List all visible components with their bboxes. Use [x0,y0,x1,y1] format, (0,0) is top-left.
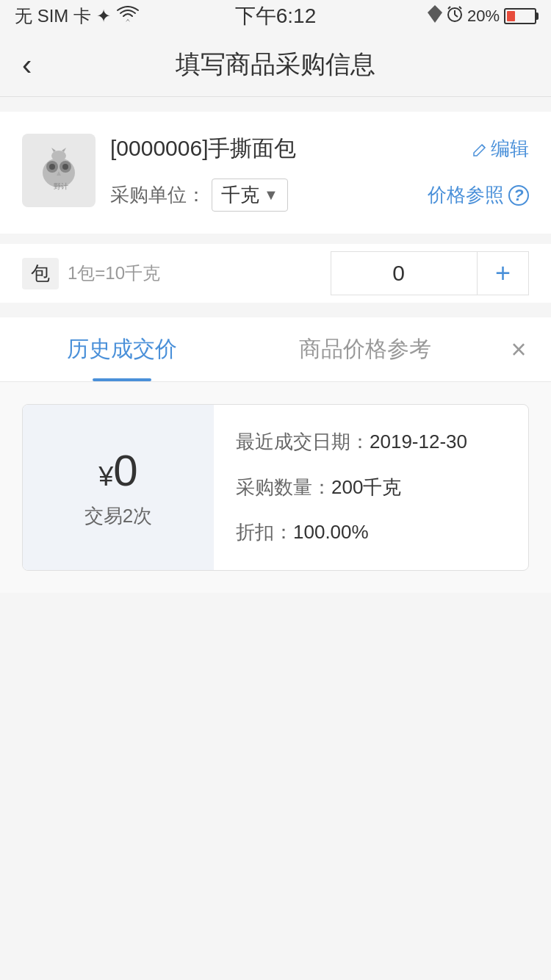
edit-label: 编辑 [491,136,529,162]
svg-point-9 [62,164,68,170]
price-card: ¥0 交易2次 最近成交日期：2019-12-30 采购数量：200千克 折扣：… [22,404,529,571]
nav-bar: ‹ 填写商品采购信息 [0,32,551,97]
tabs-bar: 历史成交价 商品价格参考 × [0,317,551,382]
svg-point-11 [51,151,66,161]
product-logo-icon: 野计 [33,145,84,196]
product-card: 野计 [0000006]手撕面包 编辑 采购单位： 千克 [0,112,551,234]
svg-point-8 [49,164,55,170]
status-bar: 无 SIM 卡 ✦ 下午6:12 20% [0,0,551,32]
purchase-qty-value: 200千克 [331,476,401,498]
svg-line-4 [459,7,461,9]
tab-active-indicator [93,378,151,381]
product-info: [0000006]手撕面包 编辑 采购单位： 千克 ▼ [110,134,529,212]
location-icon [428,5,442,27]
unit-value: 千克 [221,182,259,208]
bottom-area [0,593,551,887]
tab-product-price[interactable]: 商品价格参考 [243,317,486,381]
unit-label: 采购单位： [110,182,206,208]
unit-conversion: 1包=10千克 [68,262,160,285]
status-left: 无 SIM 卡 ✦ [15,4,139,28]
price-summary: ¥0 交易2次 [23,405,214,570]
quantity-input-group: + [331,251,529,295]
price-card-area: ¥0 交易2次 最近成交日期：2019-12-30 采购数量：200千克 折扣：… [0,382,551,593]
tab-product-label: 商品价格参考 [299,334,431,364]
purchase-qty-label: 采购数量： [236,476,331,498]
transaction-count: 交易2次 [84,503,152,529]
recent-date-label: 最近成交日期： [236,430,370,453]
product-title-row: [0000006]手撕面包 编辑 [110,134,529,164]
status-right: 20% [428,5,536,27]
nav-title: 填写商品采购信息 [176,48,375,82]
edit-icon [472,141,488,157]
unit-select[interactable]: 千克 ▼ [212,179,288,212]
battery-icon [504,8,536,24]
discount-value: 100.00% [293,521,369,543]
quantity-input[interactable] [331,251,478,295]
close-panel-button[interactable]: × [486,317,551,381]
back-button[interactable]: ‹ [22,50,32,79]
price-ref-button[interactable]: 价格参照 ? [428,182,529,208]
quantity-unit-info: 包 1包=10千克 [22,258,160,289]
price-number: 0 [113,446,137,495]
price-panel: 历史成交价 商品价格参考 × ¥0 交易2次 最近成交日期：2019-12-30 [0,317,551,593]
price-ref-label: 价格参照 [428,182,504,208]
svg-line-3 [448,7,450,9]
svg-line-2 [455,15,458,17]
recent-date-row: 最近成交日期：2019-12-30 [236,427,506,458]
svg-line-15 [482,145,485,148]
battery-percent: 20% [467,7,500,26]
unit-tag: 包 [22,258,59,289]
currency-symbol: ¥ [98,461,113,491]
tab-history-price[interactable]: 历史成交价 [0,317,243,381]
close-icon: × [511,334,526,365]
sim-status: 无 SIM 卡 ✦ [15,4,111,28]
unit-dropdown-icon: ▼ [264,187,278,203]
edit-button[interactable]: 编辑 [472,136,529,162]
price-value: ¥0 [98,445,137,496]
product-thumbnail: 野计 [22,134,96,207]
price-details: 最近成交日期：2019-12-30 采购数量：200千克 折扣：100.00% [214,405,528,570]
recent-date-value: 2019-12-30 [370,430,467,453]
quantity-plus-button[interactable]: + [478,251,529,295]
status-time: 下午6:12 [235,2,317,30]
tab-history-label: 历史成交价 [67,334,177,364]
alarm-icon [447,6,463,26]
info-icon: ? [508,185,529,206]
quantity-section: 包 1包=10千克 + [0,244,551,303]
product-header: 野计 [0000006]手撕面包 编辑 采购单位： 千克 [22,134,529,212]
svg-text:野计: 野计 [54,182,68,190]
purchase-qty-row: 采购数量：200千克 [236,472,506,503]
discount-row: 折扣：100.00% [236,517,506,548]
wifi-icon [117,6,139,26]
product-unit-row: 采购单位： 千克 ▼ 价格参照 ? [110,179,529,212]
discount-label: 折扣： [236,521,293,543]
product-name: [0000006]手撕面包 [110,134,296,164]
